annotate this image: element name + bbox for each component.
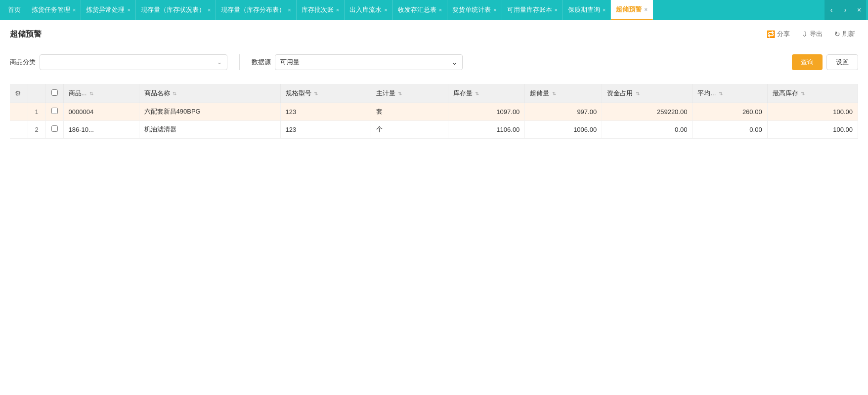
th-avg: 平均... ⇅: [693, 84, 767, 103]
nav-item-batch[interactable]: 库存批次账 ×: [297, 0, 345, 20]
settings-button[interactable]: 设置: [826, 54, 858, 70]
gear-icon[interactable]: ⚙: [15, 89, 21, 97]
avg-cell: 260.00: [693, 103, 767, 120]
unit-cell: 个: [371, 120, 448, 138]
query-button[interactable]: 查询: [792, 54, 823, 70]
nav-arrows: ‹ › ×: [825, 0, 866, 20]
row-number: 1: [28, 103, 45, 120]
category-select[interactable]: ⌄: [40, 54, 227, 70]
th-max-stock: 最高库存 ⇅: [767, 84, 858, 103]
filter-separator: [239, 54, 240, 70]
share-button[interactable]: 🔁 分享: [764, 28, 793, 40]
datasource-select[interactable]: 可用量 ⌄: [275, 54, 463, 70]
header-actions: 🔁 分享 ⇩ 导出 ↻ 刷新: [764, 28, 858, 40]
close-icon[interactable]: ×: [208, 7, 211, 13]
close-icon[interactable]: ×: [644, 6, 647, 12]
stock-cell: 1097.00: [448, 103, 525, 120]
close-icon[interactable]: ×: [73, 7, 76, 13]
row-checkbox-cell[interactable]: [45, 103, 63, 120]
nav-item-order-stat[interactable]: 要货单统计表 ×: [447, 0, 502, 20]
filter-area: 商品分类 ⌄ 数据源 可用量 ⌄ 查询 设置: [10, 48, 858, 76]
th-spec: 规格型号 ⇅: [280, 84, 371, 103]
nav-item-avail-stock[interactable]: 可用量库存账本 ×: [502, 0, 563, 20]
top-nav: 首页 拣货任务管理 × 拣货异常处理 × 现存量（库存状况表） × 现存量（库存…: [0, 0, 868, 20]
page-header: 超储预警 🔁 分享 ⇩ 导出 ↻ 刷新: [10, 28, 858, 40]
chevron-down-icon: ⌄: [217, 59, 222, 66]
max-stock-cell: 100.00: [767, 103, 858, 120]
th-gear: ⚙: [10, 84, 28, 103]
sort-icon[interactable]: ⇅: [475, 91, 479, 96]
nav-prev-arrow[interactable]: ‹: [825, 0, 838, 20]
nav-next-arrow[interactable]: ›: [838, 0, 852, 20]
close-icon[interactable]: ×: [288, 7, 291, 13]
data-table: ⚙ 商品... ⇅ 商品名称 ⇅ 规格型号 ⇅: [10, 84, 858, 139]
th-product-name: 商品名称 ⇅: [139, 84, 280, 103]
share-icon: 🔁: [767, 30, 775, 38]
th-overstock: 超储量 ⇅: [525, 84, 602, 103]
sort-icon[interactable]: ⇅: [398, 91, 402, 96]
datasource-value: 可用量: [280, 58, 300, 67]
th-row-number: [28, 84, 45, 103]
close-icon[interactable]: ×: [336, 7, 339, 13]
avg-cell: 0.00: [693, 120, 767, 138]
sort-icon[interactable]: ⇅: [636, 91, 640, 96]
export-button[interactable]: ⇩ 导出: [799, 28, 825, 40]
th-unit: 主计量 ⇅: [371, 84, 448, 103]
category-filter: 商品分类 ⌄: [10, 54, 227, 70]
row-gear-cell: [10, 103, 28, 120]
close-icon[interactable]: ×: [493, 7, 496, 13]
page-title: 超储预警: [10, 29, 42, 40]
overstock-cell: 1006.00: [525, 120, 602, 138]
max-stock-cell: 100.00: [767, 120, 858, 138]
select-all-checkbox[interactable]: [51, 89, 58, 96]
nav-item-stock-dist[interactable]: 现存量（库存分布表） ×: [216, 0, 296, 20]
close-icon[interactable]: ×: [127, 7, 130, 13]
nav-item-overstock-warn[interactable]: 超储预警 ×: [611, 0, 652, 20]
export-icon: ⇩: [802, 30, 808, 38]
nav-item-inout-flow[interactable]: 出入库流水 ×: [345, 0, 392, 20]
stock-cell: 1106.00: [448, 120, 525, 138]
overstock-cell: 997.00: [525, 103, 602, 120]
row-gear-cell: [10, 120, 28, 138]
refresh-button[interactable]: ↻ 刷新: [831, 28, 858, 40]
nav-item-receive-send[interactable]: 收发存汇总表 ×: [393, 0, 447, 20]
table-header: ⚙ 商品... ⇅ 商品名称 ⇅ 规格型号 ⇅: [10, 84, 858, 103]
spec-cell: 123: [280, 120, 371, 138]
th-capital: 资金占用 ⇅: [602, 84, 693, 103]
nav-item-quality-check[interactable]: 保质期查询 ×: [563, 0, 611, 20]
spec-cell: 123: [280, 103, 371, 120]
table-row: 1 0000004 六配套新昌490BPG 123 套 1097.00 997.…: [10, 103, 858, 120]
sort-icon[interactable]: ⇅: [173, 91, 176, 96]
row-checkbox[interactable]: [51, 125, 58, 132]
nav-home[interactable]: 首页: [2, 5, 27, 14]
product-name-cell: 六配套新昌490BPG: [139, 103, 280, 120]
nav-item-stock-status[interactable]: 现存量（库存状况表） ×: [136, 0, 216, 20]
datasource-label: 数据源: [252, 58, 271, 67]
capital-cell: 259220.00: [602, 103, 693, 120]
close-icon[interactable]: ×: [603, 7, 606, 13]
chevron-down-icon: ⌄: [452, 59, 457, 66]
row-checkbox-cell[interactable]: [45, 120, 63, 138]
nav-close-arrow[interactable]: ×: [852, 0, 866, 20]
capital-cell: 0.00: [602, 120, 693, 138]
category-label: 商品分类: [10, 58, 36, 67]
th-checkbox: [45, 84, 63, 103]
sort-icon[interactable]: ⇅: [552, 91, 556, 96]
sort-icon[interactable]: ⇅: [801, 91, 805, 96]
nav-item-exception[interactable]: 拣货异常处理 ×: [81, 0, 135, 20]
row-checkbox[interactable]: [51, 108, 58, 114]
sort-icon[interactable]: ⇅: [314, 91, 318, 96]
sort-icon[interactable]: ⇅: [719, 91, 723, 96]
product-code-cell: 186-10...: [63, 120, 139, 138]
table-body: 1 0000004 六配套新昌490BPG 123 套 1097.00 997.…: [10, 103, 858, 138]
nav-item-task-mgmt[interactable]: 拣货任务管理 ×: [27, 0, 81, 20]
product-code-cell: 0000004: [63, 103, 139, 120]
close-icon[interactable]: ×: [555, 7, 558, 13]
close-icon[interactable]: ×: [439, 7, 442, 13]
sort-icon[interactable]: ⇅: [89, 91, 93, 96]
unit-cell: 套: [371, 103, 448, 120]
close-icon[interactable]: ×: [384, 7, 387, 13]
table-row: 2 186-10... 机油滤清器 123 个 1106.00 1006.00 …: [10, 120, 858, 138]
th-product-code: 商品... ⇅: [63, 84, 139, 103]
product-name-cell: 机油滤清器: [139, 120, 280, 138]
